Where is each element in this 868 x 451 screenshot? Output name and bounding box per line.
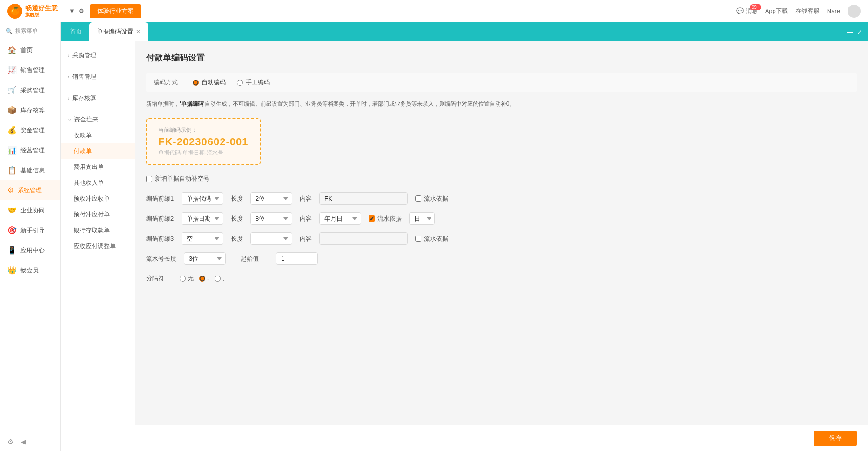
manual-encode-radio[interactable] bbox=[237, 80, 243, 86]
sidebar-item-sales[interactable]: 📈 销售管理 bbox=[0, 60, 60, 80]
sub-group-funds-header[interactable]: ∨ 资金往来 bbox=[61, 112, 135, 128]
prefix2-day-select[interactable]: 日 月 年 bbox=[409, 212, 435, 225]
sidebar-item-purchase[interactable]: 🛒 采购管理 bbox=[0, 80, 60, 100]
sidebar-item-sales-label: 销售管理 bbox=[20, 66, 45, 74]
collapse-icon[interactable]: ◀ bbox=[21, 438, 26, 445]
prefix3-length-select[interactable]: 2位 bbox=[250, 232, 292, 245]
auto-fill-checkbox[interactable] bbox=[146, 176, 152, 182]
separator-dash-radio[interactable] bbox=[199, 276, 205, 282]
sidebar-item-inventory[interactable]: 📦 库存核算 bbox=[0, 100, 60, 120]
sidebar-item-system[interactable]: ⚙ 系统管理 bbox=[0, 180, 60, 200]
auto-encode-option[interactable]: 自动编码 bbox=[193, 78, 226, 87]
maximize-icon[interactable]: ⤢ bbox=[857, 28, 862, 35]
start-value-input[interactable] bbox=[276, 252, 318, 265]
manual-encode-option[interactable]: 手工编码 bbox=[237, 78, 270, 87]
prefix2-content-select[interactable]: 年月日 年月 年 bbox=[319, 212, 361, 225]
settings-icon[interactable]: ⚙ bbox=[79, 7, 84, 14]
topbar-right: 💬 消息 99+ App下载 在线客服 Nare bbox=[736, 5, 861, 18]
prefix3-stream-label: 流水依据 bbox=[424, 235, 448, 243]
separator-none-option[interactable]: 无 bbox=[180, 274, 194, 283]
dropdown-nav[interactable]: ▼ bbox=[69, 7, 75, 14]
separator-dash-option[interactable]: - bbox=[199, 275, 209, 282]
sub-item-prepaid-offset[interactable]: 预付冲应付单 bbox=[61, 207, 135, 222]
app-download-btn[interactable]: App下载 bbox=[765, 7, 788, 15]
sidebar-item-enterprise[interactable]: 🤝 企业协同 bbox=[0, 200, 60, 220]
sidebar-item-apps[interactable]: 📱 应用中心 bbox=[0, 240, 60, 260]
main-sidebar: 🔍 搜索菜单 🏠 首页 📈 销售管理 🛒 采购管理 📦 库存核算 💰 资金管理 … bbox=[0, 22, 61, 451]
sub-group-sales: › 销售管理 bbox=[61, 66, 135, 88]
sidebar-bottom: ⚙ ◀ bbox=[0, 432, 60, 451]
sub-sidebar: › 采购管理 › 销售管理 › 库存核算 bbox=[61, 41, 135, 451]
content-area: › 采购管理 › 销售管理 › 库存核算 bbox=[61, 41, 868, 451]
separator-none-radio[interactable] bbox=[180, 276, 186, 282]
tab-home-label: 首页 bbox=[70, 27, 82, 36]
sidebar-item-management[interactable]: 📊 经营管理 bbox=[0, 140, 60, 160]
sub-group-purchase-header[interactable]: › 采购管理 bbox=[61, 47, 135, 63]
tab-close-icon[interactable]: ✕ bbox=[136, 28, 141, 35]
prefix3-select[interactable]: 单据代码 单据日期 空 bbox=[182, 232, 223, 245]
basic-icon: 📋 bbox=[7, 166, 17, 175]
sub-item-bank[interactable]: 银行存取款单 bbox=[61, 222, 135, 238]
prefix2-stream-checkbox[interactable] bbox=[369, 215, 375, 222]
prefix1-select[interactable]: 单据代码 单据日期 空 bbox=[182, 192, 223, 205]
sub-item-prepay-offset[interactable]: 预收冲应收单 bbox=[61, 191, 135, 207]
prefix3-content-label: 内容 bbox=[300, 235, 312, 243]
preview-label: 当前编码示例： bbox=[158, 126, 249, 134]
sub-group-inventory-label: 库存核算 bbox=[72, 94, 96, 102]
serial-length-select[interactable]: 2位 3位 4位 bbox=[184, 252, 226, 265]
prefix3-select-wrap: 单据代码 单据日期 空 bbox=[182, 232, 223, 245]
minimize-icon[interactable]: — bbox=[847, 28, 853, 35]
save-button[interactable]: 保存 bbox=[814, 431, 857, 446]
sidebar-item-guide[interactable]: 🎯 新手引导 bbox=[0, 220, 60, 240]
tab-encoding-label: 单据编码设置 bbox=[97, 27, 133, 36]
preview-box: 当前编码示例： FK-20230602-001 单据代码-单据日期-流水号 bbox=[146, 118, 261, 165]
sub-item-expense[interactable]: 费用支出单 bbox=[61, 159, 135, 175]
prefix2-select[interactable]: 单据代码 单据日期 空 bbox=[182, 212, 223, 225]
sub-group-sales-header[interactable]: › 销售管理 bbox=[61, 69, 135, 85]
settings-bottom-icon[interactable]: ⚙ bbox=[7, 438, 13, 445]
separator-dot-option[interactable]: . bbox=[215, 275, 224, 282]
sub-group-inventory: › 库存核算 bbox=[61, 88, 135, 109]
topbar: 🍊 畅通好生意 旗舰版 ▼ ⚙ 体验行业方案 💬 消息 99+ App下载 在线… bbox=[0, 0, 868, 22]
prefix1-stream-checkbox[interactable] bbox=[415, 195, 421, 202]
tab-encoding-settings[interactable]: 单据编码设置 ✕ bbox=[89, 22, 148, 41]
username-display: Nare bbox=[827, 7, 840, 14]
tab-home[interactable]: 首页 bbox=[62, 22, 89, 41]
prefix3-label: 编码前缀3 bbox=[146, 235, 174, 243]
manual-encode-label: 手工编码 bbox=[246, 78, 270, 87]
sub-item-payment[interactable]: 付款单 bbox=[61, 143, 135, 159]
sidebar-item-home-label: 首页 bbox=[20, 46, 33, 54]
purchase-icon: 🛒 bbox=[7, 86, 17, 94]
user-avatar[interactable] bbox=[848, 5, 861, 18]
home-icon: 🏠 bbox=[7, 46, 17, 54]
message-btn[interactable]: 💬 消息 99+ bbox=[736, 7, 758, 15]
search-menu[interactable]: 🔍 搜索菜单 bbox=[0, 22, 60, 40]
experience-btn[interactable]: 体验行业方案 bbox=[90, 4, 141, 18]
sub-item-receipt[interactable]: 收款单 bbox=[61, 128, 135, 143]
message-badge: 99+ bbox=[750, 4, 761, 10]
bottom-bar: 保存 bbox=[61, 425, 868, 451]
preview-code: FK-20230602-001 bbox=[158, 136, 249, 148]
prefix3-stream-checkbox[interactable] bbox=[415, 236, 421, 242]
sub-group-funds-label: 资金往来 bbox=[74, 115, 98, 124]
inventory-icon: 📦 bbox=[7, 106, 17, 114]
online-service-btn[interactable]: 在线客服 bbox=[795, 7, 820, 15]
prefix1-length-label: 长度 bbox=[231, 195, 243, 203]
sub-group-inventory-header[interactable]: › 库存核算 bbox=[61, 90, 135, 106]
auto-encode-radio[interactable] bbox=[193, 80, 199, 86]
separator-dot-radio[interactable] bbox=[215, 276, 221, 282]
sub-item-adjust[interactable]: 应收应付调整单 bbox=[61, 238, 135, 254]
prefix1-length-select[interactable]: 2位 4位 6位 bbox=[250, 192, 292, 205]
sub-item-other-income[interactable]: 其他收入单 bbox=[61, 175, 135, 191]
sidebar-item-home[interactable]: 🏠 首页 bbox=[0, 40, 60, 60]
main-area: 首页 单据编码设置 ✕ — ⤢ › 采购管理 bbox=[61, 22, 868, 451]
prefix2-select-wrap: 单据代码 单据日期 空 bbox=[182, 212, 223, 225]
sidebar-item-member[interactable]: 👑 畅会员 bbox=[0, 260, 60, 280]
sidebar-item-finance[interactable]: 💰 资金管理 bbox=[0, 120, 60, 140]
sub-group-sales-label: 销售管理 bbox=[72, 73, 96, 81]
prefix2-length-select[interactable]: 2位 4位 6位 8位 bbox=[250, 212, 292, 225]
topbar-nav: ▼ ⚙ bbox=[69, 7, 84, 14]
sidebar-item-basic[interactable]: 📋 基础信息 bbox=[0, 160, 60, 180]
message-icon: 💬 bbox=[736, 7, 744, 14]
prefix1-select-wrap: 单据代码 单据日期 空 bbox=[182, 192, 223, 205]
